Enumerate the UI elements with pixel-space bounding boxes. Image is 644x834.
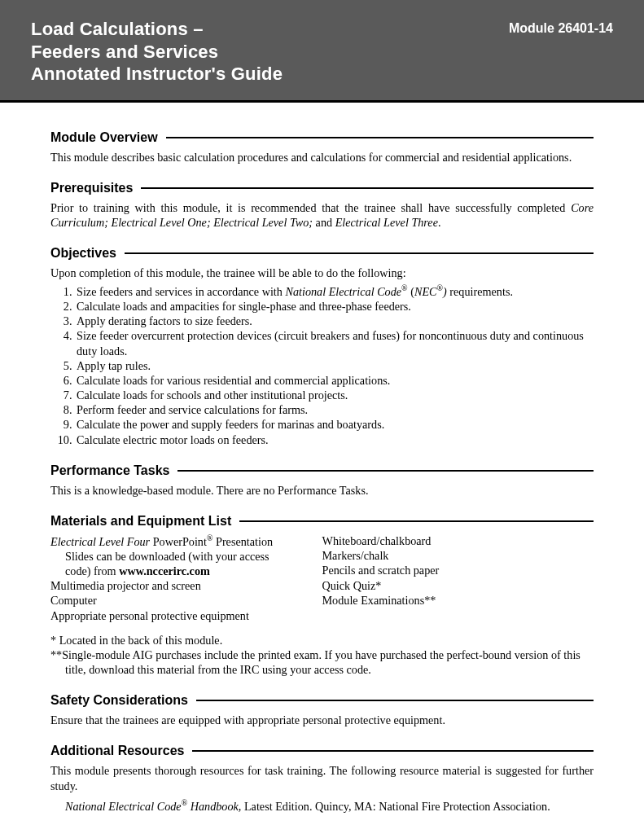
materials-item: Pencils and scratch paper bbox=[322, 563, 594, 577]
materials-item: Markers/chalk bbox=[322, 548, 594, 563]
footnote: * Located in the back of this module. bbox=[50, 633, 594, 647]
heading-performance: Performance Tasks bbox=[50, 463, 594, 478]
document-title: Load Calculations – Feeders and Services… bbox=[31, 18, 283, 86]
heading-rule bbox=[177, 470, 594, 472]
materials-item: Electrical Level Four PowerPoint® Presen… bbox=[50, 533, 322, 549]
objective-item: Calculate loads for various residential … bbox=[75, 373, 594, 388]
title-line-3: Annotated Instructor's Guide bbox=[31, 63, 283, 86]
heading-prerequisites: Prerequisites bbox=[50, 181, 594, 195]
materials-item: Whiteboard/chalkboard bbox=[322, 533, 594, 548]
heading-rule bbox=[239, 520, 594, 522]
section-prerequisites: Prerequisites Prior to training with thi… bbox=[50, 181, 594, 230]
materials-notes: * Located in the back of this module. **… bbox=[50, 633, 594, 678]
overview-text: This module describes basic calculation … bbox=[50, 150, 594, 165]
objectives-list: Size feeders and services in accordance … bbox=[50, 283, 594, 447]
heading-text: Prerequisites bbox=[50, 181, 133, 195]
objectives-intro: Upon completion of this module, the trai… bbox=[50, 266, 594, 280]
performance-text: This is a knowledge-based module. There … bbox=[50, 483, 594, 498]
document-header: Load Calculations – Feeders and Services… bbox=[0, 0, 644, 103]
materials-columns: Electrical Level Four PowerPoint® Presen… bbox=[50, 533, 594, 623]
heading-rule bbox=[196, 700, 594, 701]
footnote: **Single-module AIG purchases include th… bbox=[50, 647, 594, 677]
materials-item: Multimedia projector and screen bbox=[50, 578, 322, 593]
materials-item: code) from www.nccerirc.com bbox=[50, 564, 322, 578]
materials-right-column: Whiteboard/chalkboard Markers/chalk Penc… bbox=[322, 533, 594, 623]
section-overview: Module Overview This module describes ba… bbox=[50, 130, 594, 165]
materials-item: Computer bbox=[50, 593, 322, 608]
heading-text: Safety Considerations bbox=[50, 693, 188, 708]
heading-rule bbox=[192, 750, 594, 752]
document-body: Module Overview This module describes ba… bbox=[0, 103, 644, 835]
heading-text: Performance Tasks bbox=[50, 463, 169, 478]
heading-resources: Additional Resources bbox=[50, 744, 594, 758]
heading-materials: Materials and Equipment List bbox=[50, 514, 594, 529]
objective-item: Size feeders and services in accordance … bbox=[75, 283, 594, 299]
title-line-1: Load Calculations – bbox=[31, 18, 283, 41]
heading-rule bbox=[125, 252, 594, 254]
objective-item: Size feeder overcurrent protection devic… bbox=[75, 328, 594, 358]
objective-item: Calculate loads and ampacities for singl… bbox=[75, 299, 594, 314]
safety-text: Ensure that the trainees are equipped wi… bbox=[50, 713, 594, 727]
objective-item: Perform feeder and service calculations … bbox=[75, 402, 594, 417]
objective-item: Apply derating factors to size feeders. bbox=[75, 314, 594, 328]
section-safety: Safety Considerations Ensure that the tr… bbox=[50, 693, 594, 727]
materials-item: Quick Quiz* bbox=[322, 578, 594, 593]
module-number: Module 26401-14 bbox=[509, 18, 613, 36]
prerequisites-text: Prior to training with this module, it i… bbox=[50, 200, 594, 230]
heading-text: Module Overview bbox=[50, 130, 158, 145]
materials-item: Appropriate personal protective equipmen… bbox=[50, 608, 322, 623]
heading-rule bbox=[166, 137, 594, 138]
objective-item: Calculate electric motor loads on feeder… bbox=[75, 432, 594, 447]
materials-item: Slides can be downloaded (with your acce… bbox=[50, 549, 322, 564]
resources-reference: National Electrical Code® Handbook, Late… bbox=[50, 798, 594, 814]
materials-item: Module Examinations** bbox=[322, 593, 594, 608]
section-materials: Materials and Equipment List Electrical … bbox=[50, 514, 594, 677]
section-performance: Performance Tasks This is a knowledge-ba… bbox=[50, 463, 594, 498]
resources-text: This module presents thorough resources … bbox=[50, 763, 594, 792]
objective-item: Apply tap rules. bbox=[75, 358, 594, 373]
section-objectives: Objectives Upon completion of this modul… bbox=[50, 246, 594, 447]
heading-overview: Module Overview bbox=[50, 130, 594, 145]
materials-left-column: Electrical Level Four PowerPoint® Presen… bbox=[50, 533, 322, 623]
heading-safety: Safety Considerations bbox=[50, 693, 594, 708]
heading-text: Additional Resources bbox=[50, 744, 184, 758]
heading-objectives: Objectives bbox=[50, 246, 594, 261]
objective-item: Calculate loads for schools and other in… bbox=[75, 388, 594, 402]
section-resources: Additional Resources This module present… bbox=[50, 744, 594, 813]
title-line-2: Feeders and Services bbox=[31, 41, 283, 64]
heading-rule bbox=[141, 187, 594, 189]
heading-text: Materials and Equipment List bbox=[50, 514, 231, 529]
heading-text: Objectives bbox=[50, 246, 116, 261]
objective-item: Calculate the power and supply feeders f… bbox=[75, 417, 594, 432]
registered-icon: ® bbox=[182, 798, 188, 807]
